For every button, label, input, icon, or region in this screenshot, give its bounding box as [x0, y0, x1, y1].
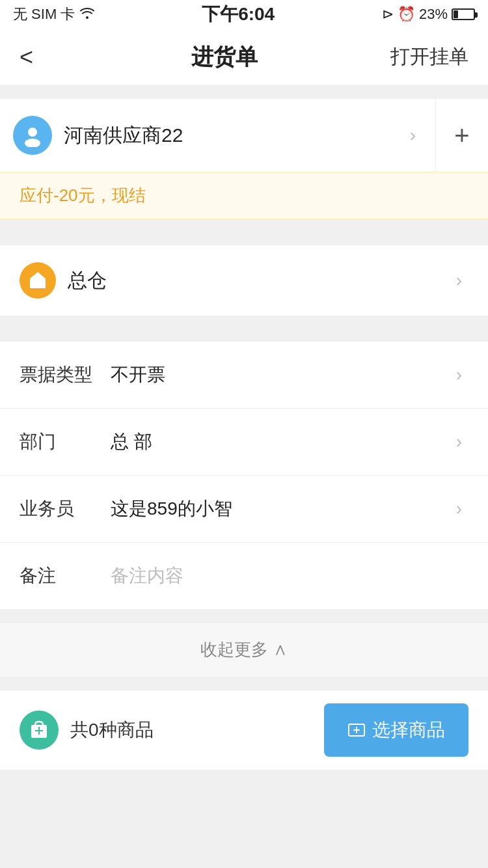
add-supplier-button[interactable]: + — [436, 104, 488, 167]
svg-rect-4 — [35, 282, 40, 288]
location-icon: ⊳ — [382, 6, 394, 23]
warehouse-chevron-icon: › — [450, 270, 468, 291]
section-gap-1 — [0, 86, 488, 99]
invoice-value: 不开票 — [111, 362, 450, 387]
salesperson-value: 这是859的小智 — [111, 496, 450, 521]
supplier-avatar — [13, 116, 52, 155]
select-product-button[interactable]: 选择商品 — [324, 703, 468, 757]
form-row-remark[interactable]: 备注 备注内容 — [0, 543, 488, 609]
supplier-section: 河南供应商22 › + — [0, 99, 488, 172]
warehouse-name: 总仓 — [68, 267, 450, 294]
department-label: 部门 — [20, 429, 111, 454]
carrier-text: 无 SIM 卡 — [13, 5, 75, 24]
nav-bar: < 进货单 打开挂单 — [0, 29, 488, 86]
status-time: 下午6:04 — [202, 2, 275, 27]
salesperson-label: 业务员 — [20, 496, 111, 521]
form-row-invoice[interactable]: 票据类型 不开票 › — [0, 342, 488, 409]
remark-input[interactable]: 备注内容 — [111, 563, 468, 588]
collapse-text: 收起更多 ∧ — [200, 638, 287, 661]
supplier-row[interactable]: 河南供应商22 › — [0, 99, 436, 172]
warehouse-section: 总仓 › — [0, 245, 488, 316]
status-right: ⊳ ⏰ 23% — [382, 6, 475, 23]
warehouse-icon — [20, 262, 56, 299]
warehouse-row[interactable]: 总仓 › — [0, 245, 488, 316]
supplier-name: 河南供应商22 — [64, 122, 403, 149]
wifi-icon — [80, 6, 94, 23]
battery-percentage: 23% — [419, 6, 448, 23]
status-bar: 无 SIM 卡 下午6:04 ⊳ ⏰ 23% — [0, 0, 488, 29]
svg-marker-3 — [30, 272, 46, 278]
select-product-label: 选择商品 — [372, 718, 445, 742]
department-value: 总 部 — [111, 429, 450, 454]
product-icon — [20, 711, 59, 750]
product-count: 共0种商品 — [70, 718, 324, 742]
form-row-department[interactable]: 部门 总 部 › — [0, 409, 488, 476]
page-title: 进货单 — [191, 42, 258, 72]
supplier-chevron-icon: › — [403, 125, 422, 146]
status-left: 无 SIM 卡 — [13, 5, 94, 24]
remark-label: 备注 — [20, 563, 111, 588]
department-chevron-icon: › — [450, 431, 468, 452]
open-pending-button[interactable]: 打开挂单 — [390, 44, 468, 70]
form-section: 票据类型 不开票 › 部门 总 部 › 业务员 这是859的小智 › 备注 备注… — [0, 342, 488, 609]
section-gap-3 — [0, 316, 488, 329]
section-gap-2 — [0, 219, 488, 232]
back-button[interactable]: < — [20, 44, 59, 71]
alarm-icon: ⏰ — [398, 6, 415, 23]
svg-point-1 — [25, 139, 40, 147]
invoice-chevron-icon: › — [450, 364, 468, 385]
battery-icon — [452, 8, 475, 20]
invoice-label: 票据类型 — [20, 362, 111, 387]
warning-text: 应付-20元，现结 — [20, 185, 146, 205]
svg-point-0 — [28, 128, 37, 137]
collapse-bar[interactable]: 收起更多 ∧ — [0, 622, 488, 677]
warning-banner: 应付-20元，现结 — [0, 172, 488, 219]
form-row-salesperson[interactable]: 业务员 这是859的小智 › — [0, 476, 488, 543]
salesperson-chevron-icon: › — [450, 498, 468, 519]
bottom-bar: 共0种商品 选择商品 — [0, 690, 488, 770]
